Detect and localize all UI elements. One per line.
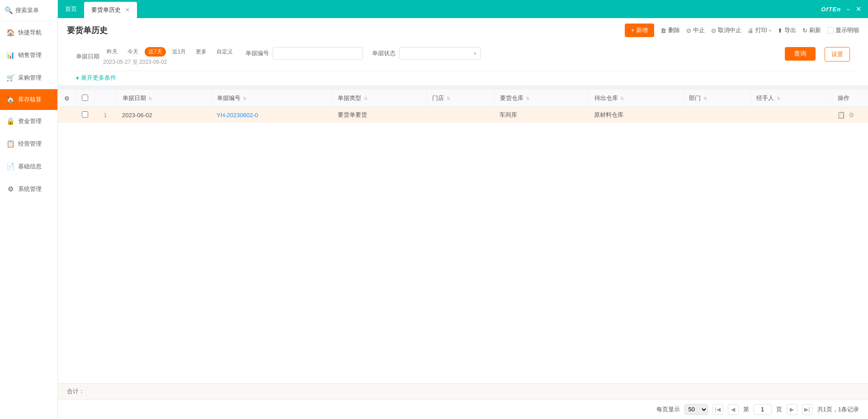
doc-status-select[interactable]: ▾ [399, 47, 481, 60]
row-doc-type: 要货单要货 [338, 111, 367, 118]
sort-handler-icon[interactable]: ⇅ [777, 96, 780, 101]
date-option-1month[interactable]: 近1月 [169, 47, 190, 57]
search-icon: 🔍 [5, 6, 13, 14]
toolbar: + 新增 🗑 删除 ⊙ 中止 ⊙ 取消中止 🖨 打印 ▾ [625, 24, 859, 37]
stop-button[interactable]: ⊙ 中止 [686, 26, 705, 34]
row-delete-icon[interactable]: ⚙ [849, 111, 854, 119]
tab-home[interactable]: 首页 [58, 0, 84, 18]
export-button[interactable]: ⬆ 导出 [778, 26, 796, 34]
stop-label: 中止 [693, 26, 705, 34]
table-row: 1 2023-06-02 YH-20230602-0 要货单要货 [58, 107, 868, 123]
prev-page-button[interactable]: ◀ [728, 404, 739, 415]
page-header: 要货单历史 + 新增 🗑 删除 ⊙ 中止 ⊙ 取消中止 🖨 打印 [58, 18, 868, 86]
page-title: 要货单历史 [67, 25, 108, 36]
minimize-icon[interactable]: − [846, 5, 850, 13]
toggle-checkbox [827, 27, 834, 33]
sidebar-item-system[interactable]: ⚙ 系统管理 [2, 179, 56, 200]
date-options: 昨天 今天 近7天 近1月 更多 自定义 [103, 47, 236, 57]
delete-button[interactable]: 🗑 删除 [660, 26, 680, 34]
row-edit-icon[interactable]: 📋 [837, 111, 845, 119]
row-num: 1 [104, 112, 107, 119]
date-option-7days[interactable]: 近7天 [145, 47, 166, 57]
doc-number-input[interactable] [273, 47, 363, 60]
sidebar-item-purchase[interactable]: 🛒 采购管理 [2, 67, 56, 88]
sidebar-item-sales[interactable]: 📊 销售管理 [2, 45, 56, 66]
sidebar-item-operations[interactable]: 📋 经营管理 [2, 133, 56, 154]
print-button[interactable]: 🖨 打印 ▾ [748, 26, 771, 34]
sort-doc-type-icon[interactable]: ⇅ [364, 96, 368, 101]
date-option-yesterday[interactable]: 昨天 [103, 47, 121, 57]
row-store-cell [427, 107, 494, 123]
page-label: 第 [743, 405, 749, 414]
last-page-button[interactable]: ▶| [802, 404, 813, 415]
display-detail-toggle[interactable]: 显示明细 [827, 26, 859, 34]
col-store: 门店 ⇅ [427, 90, 494, 107]
export-icon: ⬆ [778, 27, 783, 34]
sort-date-icon[interactable]: ⇅ [148, 96, 152, 101]
tab-home-label: 首页 [65, 5, 77, 13]
row-checkbox[interactable] [82, 111, 88, 118]
page-title-row: 要货单历史 + 新增 🗑 删除 ⊙ 中止 ⊙ 取消中止 🖨 打印 [67, 24, 859, 37]
date-filter-label: 单据日期 [76, 52, 99, 61]
col-handler: 经手人 ⇅ [751, 90, 832, 107]
sidebar-item-label: 快捷导航 [18, 29, 42, 37]
doc-number-filter-group: 单据编号 [245, 47, 363, 60]
delete-label: 删除 [668, 26, 680, 34]
sort-pending-warehouse-icon[interactable]: ⇅ [620, 96, 624, 101]
col-store-label: 门店 [432, 95, 444, 101]
sort-department-icon[interactable]: ⇅ [703, 96, 707, 101]
tab-close-icon[interactable]: ✕ [125, 7, 130, 13]
col-pending-warehouse-label: 待出仓库 [594, 95, 618, 101]
table-area: ⚙ 单据日期 ⇅ 单据编号 ⇅ [58, 90, 868, 399]
sidebar-item-basic[interactable]: 📄 基础信息 [2, 156, 56, 177]
row-doc-no-link[interactable]: YH-20230602-0 [217, 112, 258, 119]
export-label: 导出 [784, 26, 796, 34]
filter-bar: 单据日期 昨天 今天 近7天 近1月 更多 自定义 2023-05-27 至 2… [67, 43, 859, 71]
first-page-button[interactable]: |◀ [712, 404, 723, 415]
doc-number-label: 单据编号 [245, 49, 269, 57]
refresh-button[interactable]: ↻ 刷新 [802, 26, 821, 34]
row-doc-type-cell: 要货单要货 [332, 107, 427, 123]
new-button[interactable]: + 新增 [625, 24, 654, 37]
doc-status-filter-group: 单据状态 ▾ [372, 47, 481, 60]
sum-label: 合计： [67, 388, 85, 395]
row-checkbox-cell [76, 107, 94, 123]
close-icon[interactable]: ✕ [856, 5, 862, 13]
row-doc-no-cell: YH-20230602-0 [211, 107, 332, 123]
print-dropdown-icon: ▾ [769, 28, 771, 33]
col-department-label: 部门 [689, 95, 701, 101]
page-size-select[interactable]: 20 50 100 200 [684, 404, 708, 415]
sidebar-item-quick-nav[interactable]: 🏠 快捷导航 [2, 22, 56, 43]
expand-more-button[interactable]: ▾ 展开更多条件 [67, 71, 859, 86]
next-page-button[interactable]: ▶ [787, 404, 797, 415]
query-button[interactable]: 查询 [785, 47, 816, 61]
date-range-display: 2023-05-27 至 2023-06-02 [103, 58, 236, 66]
sort-store-icon[interactable]: ⇅ [447, 96, 450, 101]
settings-icon[interactable]: ⚙ [64, 95, 70, 102]
select-all-checkbox[interactable] [82, 95, 88, 101]
sort-req-warehouse-icon[interactable]: ⇅ [526, 96, 529, 101]
row-department-cell [684, 107, 751, 123]
sidebar: 🔍 搜索菜单 🏠 快捷导航 📊 销售管理 🛒 采购管理 🏠 库存核算 🔒 资金管… [0, 0, 58, 419]
settings-buttons: 设置 [825, 47, 850, 62]
col-pending-warehouse: 待出仓库 ⇅ [589, 90, 683, 107]
settings-button[interactable]: 设置 [825, 47, 850, 62]
date-option-custom[interactable]: 自定义 [213, 47, 236, 57]
tab-order-history[interactable]: 要货单历史 ✕ [84, 2, 137, 18]
date-option-more[interactable]: 更多 [192, 47, 210, 57]
sidebar-item-finance[interactable]: 🔒 资金管理 [2, 111, 56, 132]
sidebar-search[interactable]: 🔍 搜索菜单 [0, 0, 57, 21]
sort-doc-no-icon[interactable]: ⇅ [243, 96, 246, 101]
cancel-stop-button[interactable]: ⊙ 取消中止 [711, 26, 741, 34]
cancel-stop-icon: ⊙ [711, 27, 716, 34]
row-handler-cell [751, 107, 832, 123]
date-option-today[interactable]: 今天 [124, 47, 142, 57]
col-settings[interactable]: ⚙ [58, 90, 76, 107]
sidebar-item-inventory[interactable]: 🏠 库存核算 [0, 89, 57, 110]
page-number-input[interactable] [754, 404, 772, 415]
page-label-2: 页 [776, 405, 782, 414]
stop-icon: ⊙ [686, 27, 691, 34]
row-pending-warehouse: 原材料仓库 [594, 111, 623, 118]
expand-more-icon: ▾ [76, 75, 79, 81]
date-filter-options-col: 昨天 今天 近7天 近1月 更多 自定义 2023-05-27 至 2023-0… [103, 47, 236, 66]
